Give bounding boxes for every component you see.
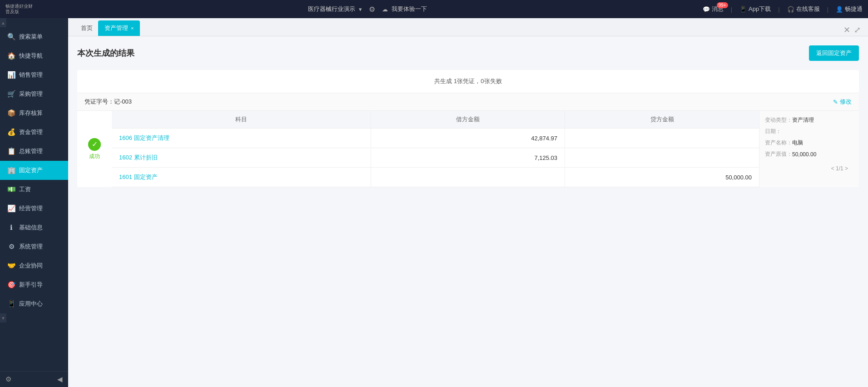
app-download-button[interactable]: 📱 App下载	[739, 5, 771, 13]
edit-icon: ✎	[833, 99, 838, 105]
sidebar-item-payroll[interactable]: 💵 工资	[0, 180, 68, 199]
user-label: 畅捷通	[845, 5, 863, 13]
page-title: 本次生成的结果	[77, 48, 134, 59]
content-area: 首页 资产管理 × 本次生成的结果 返回固定资产 共生成 1张凭证，0张失败 凭…	[68, 18, 868, 387]
col-header-credit: 贷方金额	[565, 111, 759, 129]
voucher-table: 科目 借方金额 贷方金额 1606 固定资产清理 42,874.97	[112, 111, 759, 187]
main-layout: ▲ 🔍 搜索菜单 🏠 快捷导航 📊 销售管理 🛒 采购管理 📦 库存核算 💰 资…	[0, 18, 868, 387]
ops-icon: 📈	[7, 204, 15, 213]
settings-icon[interactable]: ⚙	[5, 375, 11, 383]
experience-icon: ☁	[382, 6, 388, 13]
sidebar-item-label: 搜索菜单	[19, 33, 43, 41]
detail-change-type: 变动类型： 资产清理	[765, 116, 853, 124]
sidebar-item-fixed-assets[interactable]: 🏢 固定资产	[0, 161, 68, 180]
success-indicator: ✓ 成功	[77, 111, 112, 187]
payroll-icon: 💵	[7, 185, 15, 194]
sidebar-item-ops[interactable]: 📈 经营管理	[0, 199, 68, 218]
finance-icon: 💰	[7, 128, 15, 136]
original-value-label: 资产原值：	[765, 150, 792, 158]
col-header-debit: 借方金额	[371, 111, 565, 129]
sidebar-item-label: 总账管理	[19, 147, 43, 155]
gear-icon[interactable]: ⚙	[366, 3, 378, 15]
subject-1601[interactable]: 1606 固定资产清理	[112, 129, 371, 148]
detail-panel: 变动类型： 资产清理 日期： 资产名称： 电脑	[759, 111, 859, 187]
sidebar-item-label: 企业协同	[19, 262, 43, 270]
sidebar-item-label: 工资	[19, 185, 31, 194]
detail-asset-name: 资产名称： 电脑	[765, 139, 853, 147]
sidebar-scroll-down[interactable]: ▼	[0, 313, 6, 322]
credit-1603: 50,000.00	[565, 168, 759, 187]
home-icon: 🏠	[7, 52, 15, 60]
original-value-value: 50,000.00	[792, 151, 816, 158]
col-header-subject: 科目	[112, 111, 371, 129]
app-logo: 畅捷通好业财 普及版	[5, 4, 33, 15]
sidebar-item-label: 固定资产	[19, 166, 43, 174]
inventory-icon: 📦	[7, 109, 15, 117]
fixed-assets-icon: 🏢	[7, 166, 15, 174]
tab-asset-label: 资产管理	[104, 24, 128, 32]
sidebar-item-collab[interactable]: 🤝 企业协同	[0, 256, 68, 275]
tab-home-label: 首页	[81, 25, 93, 31]
voucher-number: 凭证字号：记-003	[84, 98, 132, 106]
sidebar: ▲ 🔍 搜索菜单 🏠 快捷导航 📊 销售管理 🛒 采购管理 📦 库存核算 💰 资…	[0, 18, 68, 387]
edit-button[interactable]: ✎ 修改	[833, 98, 852, 106]
debit-1603	[371, 168, 565, 187]
sidebar-item-system[interactable]: ⚙ 系统管理	[0, 237, 68, 256]
debit-1601: 42,874.97	[371, 129, 565, 148]
service-icon: 🎧	[787, 6, 794, 13]
tab-home[interactable]: 首页	[75, 20, 98, 36]
message-icon: 💬	[703, 6, 710, 13]
app-download-label: App下载	[749, 5, 771, 13]
result-summary: 共生成 1张凭证，0张失败	[77, 70, 859, 93]
asset-name-label: 资产名称：	[765, 139, 792, 147]
debit-1602: 7,125.03	[371, 148, 565, 168]
basic-icon: ℹ	[7, 223, 15, 232]
sidebar-item-search[interactable]: 🔍 搜索菜单	[0, 27, 68, 46]
company-name: 医疗器械行业演示	[308, 5, 355, 13]
sidebar-item-label: 销售管理	[19, 71, 43, 79]
sidebar-item-label: 新手引导	[19, 281, 43, 289]
sidebar-item-quicknav[interactable]: 🏠 快捷导航	[0, 46, 68, 65]
sidebar-scroll-up[interactable]: ▲	[0, 18, 6, 27]
sidebar-item-inventory[interactable]: 📦 库存核算	[0, 104, 68, 123]
subject-1603[interactable]: 1601 固定资产	[112, 168, 371, 187]
sidebar-item-finance[interactable]: 💰 资金管理	[0, 123, 68, 142]
result-panel: 共生成 1张凭证，0张失败 凭证字号：记-003 ✎ 修改 ✓	[77, 70, 859, 187]
sidebar-item-sales[interactable]: 📊 销售管理	[0, 65, 68, 84]
tab-close-icon[interactable]: ×	[131, 25, 134, 31]
sidebar-bottom: ⚙ ◀	[0, 371, 68, 387]
tab-bar: 首页 资产管理 ×	[68, 18, 868, 36]
table-row: 1602 累计折旧 7,125.03	[112, 148, 759, 168]
tab-asset-management[interactable]: 资产管理 ×	[98, 20, 140, 36]
sidebar-item-guide[interactable]: 🎯 新手引导	[0, 275, 68, 294]
return-button[interactable]: 返回固定资产	[809, 45, 859, 61]
service-button[interactable]: 🎧 在线客服	[787, 5, 820, 13]
pagination[interactable]: < 1/1 >	[765, 162, 853, 175]
user-icon: 👤	[836, 6, 843, 13]
experience-label[interactable]: 我要体验一下	[392, 5, 427, 13]
sales-icon: 📊	[7, 71, 15, 79]
voucher-body: ✓ 成功 科目 借方金额 贷方金额	[77, 111, 859, 187]
table-row: 1601 固定资产 50,000.00	[112, 168, 759, 187]
topbar: 畅捷通好业财 普及版 医疗器械行业演示 ▾ ⚙ ☁ 我要体验一下 💬 消息 99…	[0, 0, 868, 18]
messages-button[interactable]: 💬 消息 99+	[703, 5, 724, 13]
apps-icon: 📱	[7, 300, 15, 308]
sidebar-item-apps[interactable]: 📱 应用中心	[0, 294, 68, 313]
sidebar-item-purchase[interactable]: 🛒 采购管理	[0, 84, 68, 104]
topbar-right: 💬 消息 99+ | 📱 App下载 | 🎧 在线客服 | 👤 畅捷通	[703, 5, 863, 13]
sidebar-item-label: 快捷导航	[19, 52, 43, 60]
dropdown-icon[interactable]: ▾	[359, 6, 362, 13]
detail-date: 日期：	[765, 128, 853, 135]
user-button[interactable]: 👤 畅捷通	[836, 5, 863, 13]
sidebar-item-ledger[interactable]: 📋 总账管理	[0, 142, 68, 161]
subject-1602[interactable]: 1602 累计折旧	[112, 148, 371, 168]
collapse-icon[interactable]: ◀	[57, 375, 63, 383]
page-content: 本次生成的结果 返回固定资产 共生成 1张凭证，0张失败 凭证字号：记-003 …	[68, 36, 868, 387]
page-title-row: 本次生成的结果 返回固定资产	[77, 45, 859, 61]
service-label: 在线客服	[796, 5, 820, 13]
table-row: 1606 固定资产清理 42,874.97	[112, 129, 759, 148]
ledger-icon: 📋	[7, 147, 15, 155]
voucher-section: 凭证字号：记-003 ✎ 修改 ✓ 成功	[77, 93, 859, 187]
asset-name-value: 电脑	[792, 139, 803, 147]
sidebar-item-basic[interactable]: ℹ 基础信息	[0, 218, 68, 237]
